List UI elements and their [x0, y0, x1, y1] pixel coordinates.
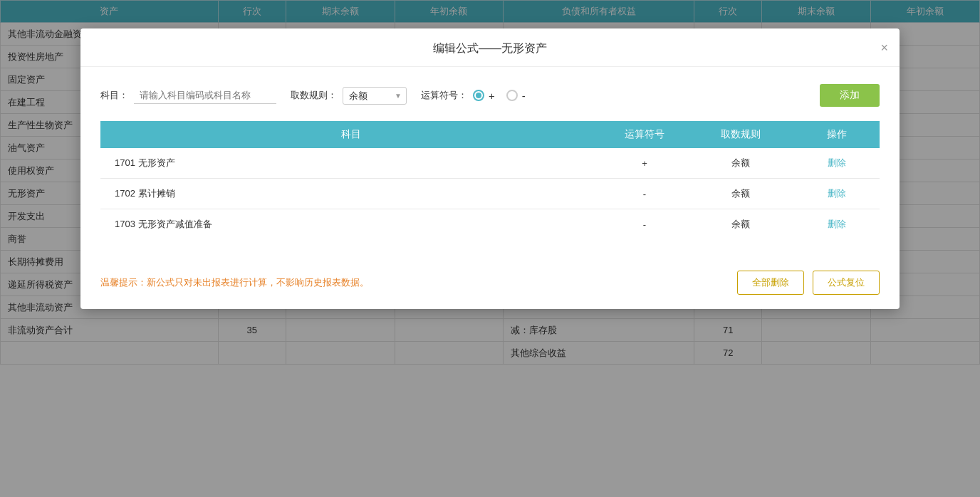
- subject-label: 科目：: [100, 89, 128, 102]
- operator-field: 运算符号： + -: [421, 89, 526, 102]
- delete-button-2[interactable]: 删除: [828, 188, 846, 199]
- operator-minus-label: -: [522, 90, 526, 102]
- col-header-operator: 运算符号: [602, 121, 687, 148]
- operator-minus-radio[interactable]: -: [506, 90, 526, 102]
- formula-row: 1702 累计摊销 - 余额 删除: [100, 179, 880, 209]
- formula-row: 1701 无形资产 + 余额 删除: [100, 148, 880, 179]
- formula-action-2: 删除: [794, 179, 880, 209]
- formula-action-1: 删除: [794, 148, 880, 179]
- radio-circle-minus: [506, 90, 518, 101]
- formula-row: 1703 无形资产减值准备 - 余额 删除: [100, 209, 880, 240]
- modal-body: 科目： 取数规则： 余额 借方发生额 贷方发生额 借方累计 贷方累计: [80, 67, 900, 271]
- formula-rule-2: 余额: [687, 179, 794, 209]
- modal-close-button[interactable]: ×: [880, 41, 888, 54]
- add-button[interactable]: 添加: [820, 84, 880, 107]
- formula-table: 科目 运算符号 取数规则 操作 1701 无形资产 + 余额 删除: [100, 121, 880, 239]
- delete-all-button[interactable]: 全部删除: [737, 271, 804, 295]
- operator-radio-group: + -: [473, 90, 526, 102]
- form-row: 科目： 取数规则： 余额 借方发生额 贷方发生额 借方累计 贷方累计: [100, 84, 880, 107]
- col-header-rule: 取数规则: [687, 121, 794, 148]
- col-header-action: 操作: [794, 121, 880, 148]
- formula-subject-2: 1702 累计摊销: [100, 179, 602, 209]
- radio-circle-plus: [473, 90, 484, 101]
- delete-button-1[interactable]: 删除: [828, 157, 846, 168]
- tip-text: 温馨提示：新公式只对未出报表进行计算，不影响历史报表数据。: [100, 276, 369, 289]
- modal-header: 编辑公式——无形资产 ×: [80, 28, 900, 67]
- formula-rule-3: 余额: [687, 209, 794, 240]
- reset-formula-button[interactable]: 公式复位: [813, 271, 880, 295]
- modal-overlay: 编辑公式——无形资产 × 科目： 取数规则： 余额 借方发生额: [0, 0, 980, 497]
- formula-subject-3: 1703 无形资产减值准备: [100, 209, 602, 240]
- rule-select-wrapper: 余额 借方发生额 贷方发生额 借方累计 贷方累计 ▼: [343, 87, 407, 105]
- formula-operator-2: -: [602, 179, 687, 209]
- rule-field: 取数规则： 余额 借方发生额 贷方发生额 借方累计 贷方累计 ▼: [291, 87, 407, 105]
- subject-field: 科目：: [100, 87, 276, 104]
- modal-title: 编辑公式——无形资产: [433, 42, 547, 54]
- formula-subject-1: 1701 无形资产: [100, 148, 602, 179]
- operator-label: 运算符号：: [421, 89, 467, 102]
- delete-button-3[interactable]: 删除: [828, 219, 846, 229]
- formula-rule-1: 余额: [687, 148, 794, 179]
- col-header-subject: 科目: [100, 121, 602, 148]
- radio-dot-plus: [476, 93, 481, 98]
- formula-operator-1: +: [602, 148, 687, 179]
- formula-operator-3: -: [602, 209, 687, 240]
- subject-input[interactable]: [134, 87, 276, 104]
- modal-dialog: 编辑公式——无形资产 × 科目： 取数规则： 余额 借方发生额: [80, 28, 900, 309]
- operator-plus-radio[interactable]: +: [473, 90, 495, 102]
- footer-buttons: 全部删除 公式复位: [737, 271, 880, 295]
- operator-plus-label: +: [489, 90, 495, 102]
- rule-label: 取数规则：: [291, 89, 337, 102]
- rule-select[interactable]: 余额 借方发生额 贷方发生额 借方累计 贷方累计: [343, 87, 407, 105]
- modal-footer: 温馨提示：新公式只对未出报表进行计算，不影响历史报表数据。 全部删除 公式复位: [80, 271, 900, 309]
- formula-action-3: 删除: [794, 209, 880, 240]
